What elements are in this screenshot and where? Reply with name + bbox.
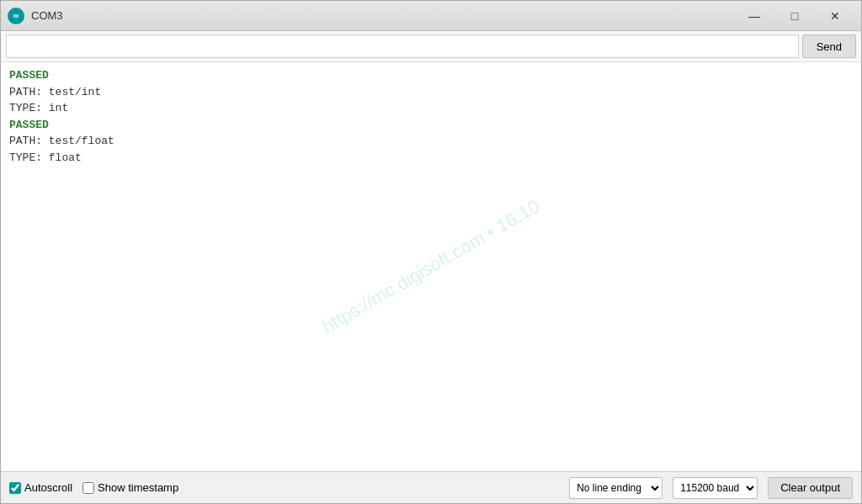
output-line: TYPE: int bbox=[9, 100, 853, 117]
status-bar: Autoscroll Show timestamp No line ending… bbox=[1, 471, 861, 503]
minimize-button[interactable]: — bbox=[735, 3, 774, 29]
title-bar: ∞ COM3 — □ ✕ bbox=[1, 1, 861, 31]
timestamp-label[interactable]: Show timestamp bbox=[82, 481, 178, 494]
output-line: PATH: test/float bbox=[9, 133, 853, 150]
output-line: TYPE: float bbox=[9, 150, 853, 167]
output-line: PASSED bbox=[9, 67, 853, 84]
close-button[interactable]: ✕ bbox=[816, 3, 854, 29]
message-input[interactable] bbox=[6, 34, 799, 58]
timestamp-text: Show timestamp bbox=[98, 481, 178, 494]
window-title: COM3 bbox=[31, 9, 735, 22]
baud-rate-select[interactable]: 300 baud1200 baud2400 baud4800 baud9600 … bbox=[673, 477, 758, 499]
clear-output-button[interactable]: Clear output bbox=[768, 477, 853, 499]
arduino-logo: ∞ bbox=[8, 8, 24, 24]
output-line: PATH: test/int bbox=[9, 84, 853, 101]
window-controls: — □ ✕ bbox=[735, 3, 854, 29]
app-icon: ∞ bbox=[8, 8, 24, 24]
autoscroll-label[interactable]: Autoscroll bbox=[9, 481, 72, 494]
line-ending-select[interactable]: No line endingNewlineCarriage returnBoth… bbox=[569, 477, 662, 499]
output-line: PASSED bbox=[9, 117, 853, 134]
send-bar: Send bbox=[1, 31, 861, 62]
output-area[interactable]: PASSEDPATH: test/intTYPE: intPASSEDPATH:… bbox=[1, 62, 861, 471]
autoscroll-text: Autoscroll bbox=[24, 481, 72, 494]
timestamp-checkbox[interactable] bbox=[82, 482, 94, 494]
maximize-button[interactable]: □ bbox=[775, 3, 814, 29]
autoscroll-checkbox[interactable] bbox=[9, 482, 21, 494]
send-button[interactable]: Send bbox=[802, 34, 856, 58]
serial-monitor-window: ∞ COM3 — □ ✕ Send PASSEDPATH: test/intTY… bbox=[0, 0, 862, 504]
watermark: https://mc.digisoft.com • 16:10 bbox=[318, 195, 543, 337]
